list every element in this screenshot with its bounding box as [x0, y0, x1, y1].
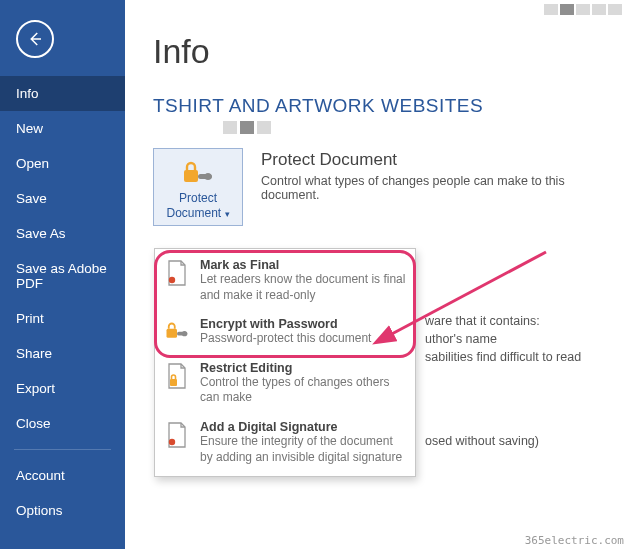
document-path-placeholder: [223, 121, 620, 134]
backstage-sidebar: Info New Open Save Save As Save as Adobe…: [0, 0, 125, 549]
protect-doc-description: Control what types of changes people can…: [261, 174, 620, 202]
mark-final-icon: [166, 260, 188, 286]
menu-title: Restrict Editing: [200, 361, 406, 375]
svg-rect-0: [184, 170, 198, 182]
menu-mark-as-final[interactable]: Mark as Final Let readers know the docum…: [158, 252, 412, 311]
document-title: TSHIRT AND ARTWORK WEBSITES: [153, 95, 620, 117]
menu-desc: Let readers know the document is final a…: [200, 272, 406, 303]
sidebar-item-new[interactable]: New: [0, 111, 125, 146]
sidebar-item-close[interactable]: Close: [0, 406, 125, 441]
dropdown-caret-icon: ▾: [225, 209, 230, 219]
menu-desc: Control the types of changes others can …: [200, 375, 406, 406]
bg-text-inspect-2: uthor's name: [425, 330, 497, 349]
protect-button-line2: Document: [166, 206, 221, 220]
protect-document-menu: Mark as Final Let readers know the docum…: [154, 248, 416, 477]
sidebar-item-open[interactable]: Open: [0, 146, 125, 181]
menu-title: Mark as Final: [200, 258, 406, 272]
bg-text-inspect-3: sabilities find difficult to read: [425, 348, 581, 367]
menu-title: Add a Digital Signature: [200, 420, 406, 434]
svg-point-8: [169, 439, 175, 445]
svg-point-6: [182, 331, 187, 336]
menu-add-digital-signature[interactable]: Add a Digital Signature Ensure the integ…: [158, 414, 412, 473]
menu-title: Encrypt with Password: [200, 317, 406, 331]
sidebar-item-save[interactable]: Save: [0, 181, 125, 216]
sidebar-item-export[interactable]: Export: [0, 371, 125, 406]
sidebar-item-share[interactable]: Share: [0, 336, 125, 371]
sidebar-item-info[interactable]: Info: [0, 76, 125, 111]
menu-encrypt-with-password[interactable]: Encrypt with Password Password-protect t…: [158, 311, 412, 355]
menu-desc: Password-protect this document: [200, 331, 406, 347]
protect-doc-heading: Protect Document: [261, 150, 620, 170]
digital-signature-icon: [166, 422, 188, 448]
sidebar-item-save-as-adobe-pdf[interactable]: Save as Adobe PDF: [0, 251, 125, 301]
lock-key-icon: [165, 319, 189, 343]
svg-point-2: [205, 173, 212, 180]
menu-desc: Ensure the integrity of the document by …: [200, 434, 406, 465]
back-button[interactable]: [16, 20, 54, 58]
window-decor: [544, 4, 622, 15]
arrow-left-icon: [26, 30, 44, 48]
sidebar-item-options[interactable]: Options: [0, 493, 125, 528]
bg-text-versions: osed without saving): [425, 432, 539, 451]
menu-restrict-editing[interactable]: Restrict Editing Control the types of ch…: [158, 355, 412, 414]
svg-rect-7: [170, 379, 177, 386]
sidebar-item-account[interactable]: Account: [0, 458, 125, 493]
page-title: Info: [153, 32, 620, 71]
svg-point-3: [169, 277, 175, 283]
protect-button-line1: Protect: [179, 191, 217, 205]
sidebar-item-save-as[interactable]: Save As: [0, 216, 125, 251]
watermark: 365electric.com: [525, 534, 624, 547]
bg-text-inspect-1: ware that it contains:: [425, 312, 540, 331]
sidebar-divider: [14, 449, 111, 450]
restrict-editing-icon: [166, 363, 188, 389]
protect-document-button[interactable]: Protect Document ▾: [153, 148, 243, 226]
svg-rect-4: [167, 329, 178, 338]
sidebar-item-print[interactable]: Print: [0, 301, 125, 336]
lock-key-icon: [182, 158, 214, 188]
